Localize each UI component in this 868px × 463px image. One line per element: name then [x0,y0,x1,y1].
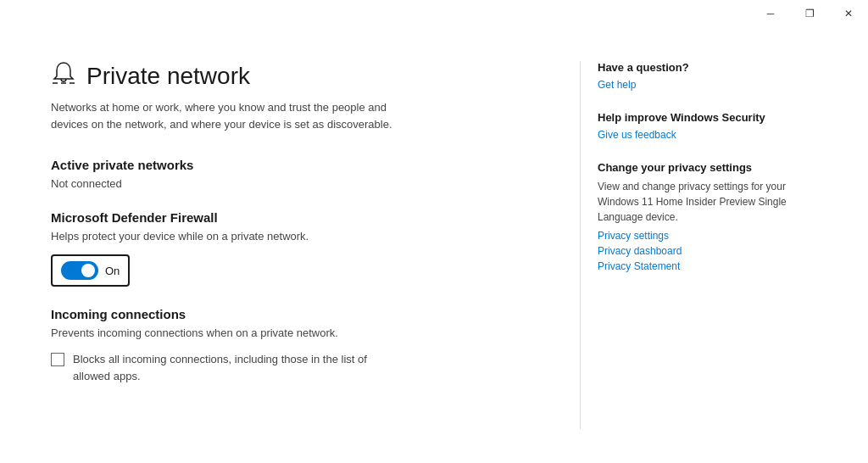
toggle-knob [81,264,95,277]
incoming-connections-section: Incoming connections Prevents incoming c… [51,307,529,384]
toggle-label: On [105,265,120,277]
page-title: Private network [86,63,250,90]
toggle-switch [61,261,98,280]
title-bar: ─ ❐ ✕ [751,0,868,27]
improve-title: Help improve Windows Security [598,111,817,124]
incoming-connections-description: Prevents incoming connections when on a … [51,326,529,339]
firewall-description: Helps protect your device while on a pri… [51,230,529,243]
close-button[interactable]: ✕ [829,0,868,27]
incoming-checkbox-container: Blocks all incoming connections, includi… [51,351,529,384]
privacy-settings-link[interactable]: Privacy settings [598,230,817,242]
restore-button[interactable]: ❐ [790,0,829,27]
active-networks-section: Active private networks Not connected [51,158,529,190]
privacy-description: View and change privacy settings for you… [598,179,817,225]
incoming-connections-title: Incoming connections [51,307,529,321]
privacy-title: Change your privacy settings [598,161,817,174]
main-content: Private network Networks at home or work… [0,27,868,463]
firewall-title: Microsoft Defender Firewall [51,210,529,225]
network-icon [51,61,76,91]
help-section: Have a question? Get help [598,61,817,91]
right-panel: Have a question? Get help Help improve W… [580,61,817,429]
privacy-section: Change your privacy settings View and ch… [598,161,817,272]
page-description: Networks at home or work, where you know… [51,99,407,132]
privacy-statement-link[interactable]: Privacy Statement [598,260,817,272]
active-networks-title: Active private networks [51,158,529,172]
minimize-button[interactable]: ─ [751,0,790,27]
improve-section: Help improve Windows Security Give us fe… [598,111,817,141]
help-title: Have a question? [598,61,817,74]
page-header: Private network [51,61,529,91]
firewall-toggle[interactable]: On [51,254,130,287]
active-networks-status: Not connected [51,177,529,190]
firewall-section: Microsoft Defender Firewall Helps protec… [51,210,529,287]
privacy-dashboard-link[interactable]: Privacy dashboard [598,245,817,257]
get-help-link[interactable]: Get help [598,79,817,91]
incoming-checkbox-label: Blocks all incoming connections, includi… [73,351,378,384]
left-panel: Private network Networks at home or work… [51,61,580,429]
feedback-link[interactable]: Give us feedback [598,129,817,141]
incoming-checkbox[interactable] [51,353,64,366]
